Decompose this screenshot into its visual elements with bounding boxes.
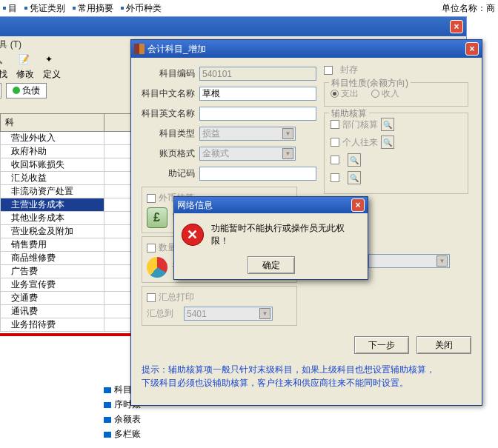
seal-checkbox (324, 66, 333, 75)
assist-group: 辅助核算 部门核算🔍 个人往来🔍 🔍 🔍 (324, 113, 468, 194)
msg-text: 功能暂时不能执行或操作员无此权限！ (211, 222, 360, 247)
name-cn-input[interactable] (199, 87, 316, 101)
menu-item[interactable]: 凭证类别 (24, 2, 65, 15)
bgwin-titlebar: × (0, 17, 466, 36)
edit-button[interactable]: 📝修改 (14, 54, 36, 81)
top-menubar: 目 凭证类别 常用摘要 外币种类 单位名称：商 (0, 0, 498, 16)
ctrl-select[interactable]: ▼ (368, 254, 450, 268)
dept-checkbox[interactable] (331, 120, 339, 129)
menu-item[interactable]: 常用摘要 (73, 2, 113, 15)
edit-icon: 📝 (19, 54, 32, 67)
find-icon: 🔍 (0, 54, 5, 67)
define-button[interactable]: ✦定义 (41, 54, 63, 81)
search-icon[interactable]: 🔍 (348, 171, 361, 184)
chevron-down-icon: ▼ (282, 128, 293, 139)
chevron-down-icon: ▼ (259, 308, 270, 319)
close-button[interactable]: 关闭 (416, 336, 471, 354)
close-icon[interactable]: × (465, 42, 479, 56)
search-icon[interactable]: 🔍 (381, 136, 394, 149)
dlg-titlebar[interactable]: 会计科目_增加 × (131, 40, 482, 58)
seal-label: 封存 (340, 64, 358, 76)
name-en-input[interactable] (199, 107, 316, 121)
define-icon: ✦ (45, 54, 59, 67)
chevron-down-icon: ▼ (282, 148, 293, 159)
aux-checkbox[interactable] (331, 156, 339, 164)
aux-checkbox[interactable] (331, 173, 339, 182)
menu-item[interactable]: 目 (3, 2, 17, 15)
close-icon[interactable]: × (450, 20, 463, 33)
menu-tool[interactable]: 工具 (T) (0, 39, 21, 51)
label-cn: 科目中文名称 (142, 87, 195, 100)
sum-checkbox[interactable] (147, 293, 156, 302)
tab-liability[interactable]: 负债 (6, 83, 47, 98)
pound-icon (147, 207, 167, 228)
message-dialog: 网络信息 × ✕ 功能暂时不能执行或操作员无此权限！ 确定 (173, 196, 368, 280)
book-icon (134, 44, 145, 54)
msg-title: 网络信息 (177, 199, 213, 212)
menu-item[interactable]: 外币种类 (121, 2, 162, 15)
unit-name-label: 单位名称：商 (442, 2, 495, 15)
dot-icon (13, 87, 20, 94)
square-icon (104, 417, 111, 423)
person-checkbox[interactable] (331, 138, 339, 147)
square-icon (104, 402, 111, 408)
error-icon: ✕ (182, 224, 204, 246)
col-name: 科 (1, 114, 104, 131)
dlg-title: 会计科目_增加 (147, 43, 206, 56)
code-input[interactable] (199, 67, 316, 81)
label-type: 科目类型 (142, 127, 195, 140)
legend-item[interactable]: 多栏账 (104, 428, 150, 441)
sum-select[interactable]: 5401▼ (184, 307, 273, 321)
tab-asset[interactable]: 资产 (0, 83, 1, 98)
aux-input[interactable] (199, 167, 316, 181)
label-aux: 助记码 (142, 167, 195, 180)
radio-in (371, 90, 379, 98)
legend-item[interactable]: 余额表 (104, 413, 150, 426)
nature-group: 科目性质(余额方向) 支出 收入 (324, 82, 468, 107)
ok-button[interactable]: 确定 (248, 256, 295, 274)
qty-checkbox[interactable] (147, 244, 156, 253)
find-button[interactable]: 🔍查找 (0, 54, 10, 81)
square-icon (104, 432, 111, 438)
type-select[interactable]: 损益▼ (199, 127, 296, 141)
search-icon[interactable]: 🔍 (381, 118, 394, 131)
label-en: 科目英文名称 (142, 107, 195, 120)
sum-group: 汇总打印 汇总到5401▼ (142, 286, 297, 326)
square-icon (104, 387, 111, 393)
msg-titlebar[interactable]: 网络信息 × (174, 197, 368, 213)
chevron-down-icon: ▼ (436, 255, 448, 267)
hint-text: 提示：辅助核算项一般只针对末级科目，如果上级科目也想设置辅助核算，下级科目必须也… (131, 360, 482, 395)
radio-out (331, 90, 339, 98)
label-page: 账页格式 (142, 147, 195, 160)
next-button[interactable]: 下一步 (354, 336, 409, 354)
label-code: 科目编码 (142, 67, 195, 80)
fc-checkbox[interactable] (147, 194, 156, 203)
page-select[interactable]: 金额式▼ (199, 147, 296, 161)
search-icon[interactable]: 🔍 (348, 153, 361, 167)
close-icon[interactable]: × (351, 198, 365, 212)
pie-icon (147, 257, 167, 278)
